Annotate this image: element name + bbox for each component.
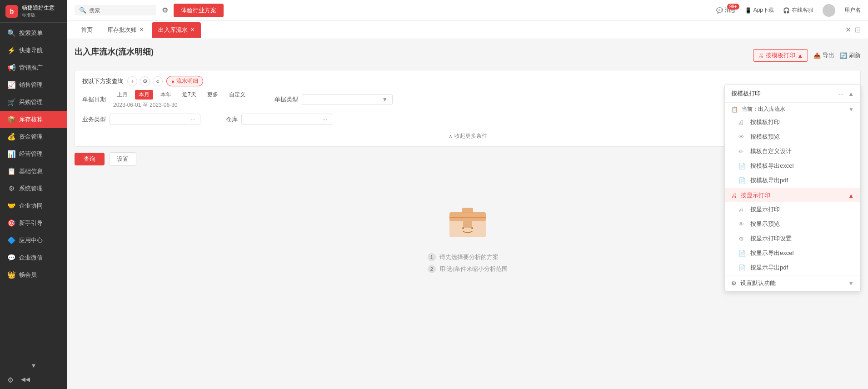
- dropdown-item-preview-template[interactable]: 👁 按模板预览: [725, 130, 860, 144]
- dropdown-item-label: 按显示导出excel: [750, 249, 793, 257]
- dropdown-item-customize-template[interactable]: ✏ 模板自定义设计: [725, 144, 860, 159]
- crown-icon: 👑: [7, 271, 15, 279]
- sidebar-bottom: ⚙ ◀◀: [0, 371, 67, 389]
- sidebar-item-sales[interactable]: 📈 销售管理: [0, 76, 67, 94]
- print-template-btn[interactable]: 🖨 按模板打印 ▲: [753, 49, 808, 62]
- refresh-btn[interactable]: 🔄 刷新: [840, 51, 861, 60]
- dropdown-item-print-settings-display[interactable]: ⚙ 按显示打印设置: [725, 231, 860, 246]
- page-title: 出入库流水(流水明细): [75, 46, 154, 57]
- app-download-icon: 📱: [745, 7, 752, 14]
- filter-settings-btn[interactable]: ⚙: [140, 76, 150, 86]
- settings-button[interactable]: 设置: [109, 152, 136, 166]
- dropdown-header-label: 按模板打印: [731, 90, 761, 98]
- date-tab-last-month[interactable]: 上月: [113, 90, 131, 100]
- display-section-label: 按显示打印: [741, 191, 770, 199]
- warehouse-more-icon[interactable]: ···: [322, 116, 327, 123]
- lightning-icon: ⚡: [7, 46, 15, 55]
- header-gear-icon[interactable]: ⚙: [162, 6, 168, 15]
- sidebar-item-label: 库存核算: [19, 115, 43, 124]
- hint-number-1: 1: [428, 253, 436, 261]
- printer-icon: 🖨: [758, 52, 764, 59]
- dropdown-display-section-header[interactable]: 🖨 按显示打印 ▲: [725, 188, 860, 202]
- collapse-label: 收起更多条件: [454, 132, 487, 140]
- date-tab-more[interactable]: 更多: [204, 90, 222, 100]
- dropdown-item-print-template[interactable]: 🖨 按模板打印: [725, 115, 860, 130]
- tab-batch-account-close[interactable]: ✕: [140, 27, 144, 33]
- dropdown-item-export-excel-template[interactable]: 📄 按模板导出excel: [725, 159, 860, 173]
- trial-btn[interactable]: 体验行业方案: [174, 4, 224, 17]
- collapse-icon[interactable]: ◀◀: [21, 376, 30, 384]
- header-search-box[interactable]: 🔍: [75, 5, 156, 15]
- pdf-display-icon: 📄: [738, 264, 746, 271]
- tab-batch-account[interactable]: 库存批次账 ✕: [101, 22, 150, 38]
- bill-type-select[interactable]: ▼: [302, 94, 393, 105]
- svg-rect-4: [463, 221, 472, 228]
- query-button[interactable]: 查询: [75, 153, 105, 165]
- dropdown-more-icon[interactable]: ···: [838, 90, 843, 97]
- export-btn[interactable]: 📤 导出: [813, 51, 834, 60]
- tab-maximize-btn[interactable]: ⊡: [855, 25, 861, 34]
- page-top-bar: 出入库流水(流水明细) 🖨 按模板打印 ▲ 📤 导出 🔄 刷新: [75, 46, 861, 65]
- clipboard-icon: 📋: [7, 167, 15, 175]
- sidebar-item-app-center[interactable]: 🔷 应用中心: [0, 232, 67, 249]
- settings-bottom-icon[interactable]: ⚙: [7, 376, 14, 384]
- tab-inout-flow[interactable]: 出入库流水 ✕: [152, 22, 201, 38]
- app-download-label: App下载: [753, 6, 774, 14]
- user-name: 用户名: [844, 6, 861, 14]
- sidebar-item-label: 应用中心: [19, 236, 43, 244]
- dropdown-footer[interactable]: ⚙ 设置默认功能 ▼: [725, 275, 860, 291]
- tab-home-label: 首页: [81, 26, 93, 34]
- sidebar-item-cooperation[interactable]: 🤝 企业协同: [0, 197, 67, 214]
- active-filter-tag[interactable]: ● 流水明细: [166, 76, 203, 86]
- box-icon: 📦: [7, 115, 15, 124]
- sidebar-item-wechat[interactable]: 💬 企业微信: [0, 249, 67, 266]
- page-content: 出入库流水(流水明细) 🖨 按模板打印 ▲ 📤 导出 🔄 刷新: [67, 39, 868, 389]
- dropdown-item-print-display[interactable]: 🖨 按显示打印: [725, 202, 860, 217]
- business-type-more-icon[interactable]: ···: [190, 116, 195, 123]
- top-bar-right: 🖨 按模板打印 ▲ 📤 导出 🔄 刷新: [753, 49, 861, 62]
- sidebar-item-system[interactable]: ⚙ 系统管理: [0, 180, 67, 197]
- date-tab-current-month[interactable]: 本月: [135, 90, 153, 100]
- hint-text-1: 请先选择要分析的方案: [439, 253, 499, 261]
- online-service-btn[interactable]: 🎧 在线客服: [783, 6, 813, 14]
- tab-home[interactable]: 首页: [75, 22, 99, 38]
- dropdown-item-preview-display[interactable]: 👁 按显示预览: [725, 217, 860, 231]
- date-tab-current-year[interactable]: 本年: [157, 90, 175, 100]
- dropdown-item-export-pdf-template[interactable]: 📄 按模板导出pdf: [725, 173, 860, 188]
- header-search-input[interactable]: [89, 7, 144, 14]
- sidebar-item-vip[interactable]: 👑 畅会员: [0, 266, 67, 284]
- target-icon: 🎯: [7, 219, 15, 227]
- tab-inout-flow-close[interactable]: ✕: [190, 27, 195, 33]
- footer-settings-icon: ⚙: [731, 280, 737, 287]
- sidebar-scroll-down[interactable]: ▼: [0, 360, 67, 371]
- empty-illustration: [440, 199, 495, 244]
- filter-add-btn[interactable]: +: [127, 76, 137, 86]
- tab-inout-flow-label: 出入库流水: [158, 26, 188, 34]
- app-download-btn[interactable]: 📱 App下载: [745, 6, 774, 14]
- sidebar-item-inventory[interactable]: 📦 库存核算: [0, 111, 67, 128]
- tab-close-all-btn[interactable]: ✕: [845, 25, 851, 34]
- dropdown-item-export-excel-display[interactable]: 📄 按显示导出excel: [725, 246, 860, 260]
- sidebar-item-operations[interactable]: 📊 经营管理: [0, 145, 67, 163]
- business-type-select[interactable]: ···: [110, 114, 200, 125]
- user-avatar[interactable]: [823, 4, 835, 17]
- template-icon: 📋: [731, 106, 738, 113]
- app-name-text: 畅捷通好生意 标准版: [22, 5, 55, 18]
- main-area: 🔍 ⚙ 体验行业方案 💬 消息 99+ 📱 App下载 🎧 在线客服 用户名: [67, 0, 868, 389]
- current-template-label: 当前：出入库流水: [742, 105, 785, 113]
- sidebar-item-marketing[interactable]: 📢 营销推广: [0, 59, 67, 76]
- hint-text-2: 用[选]条件来缩小分析范围: [439, 265, 508, 273]
- sidebar-item-basic-info[interactable]: 📋 基础信息: [0, 163, 67, 180]
- sidebar-item-search[interactable]: 🔍 搜索菜单: [0, 25, 67, 42]
- date-tab-7days[interactable]: 近7天: [179, 90, 200, 100]
- sidebar-item-guide[interactable]: 🎯 新手引导: [0, 214, 67, 232]
- message-btn[interactable]: 💬 消息 99+: [716, 6, 736, 14]
- filter-collapse-btn[interactable]: «: [153, 76, 163, 86]
- sidebar-item-quick-nav[interactable]: ⚡ 快捷导航: [0, 42, 67, 59]
- sidebar-item-finance[interactable]: 💰 资金管理: [0, 128, 67, 145]
- dropdown-chevron-up-icon[interactable]: ▲: [848, 90, 854, 97]
- date-tab-custom[interactable]: 自定义: [225, 90, 249, 100]
- warehouse-select[interactable]: ···: [241, 114, 332, 125]
- dropdown-item-export-pdf-display[interactable]: 📄 按显示导出pdf: [725, 260, 860, 275]
- sidebar-item-purchase[interactable]: 🛒 采购管理: [0, 94, 67, 111]
